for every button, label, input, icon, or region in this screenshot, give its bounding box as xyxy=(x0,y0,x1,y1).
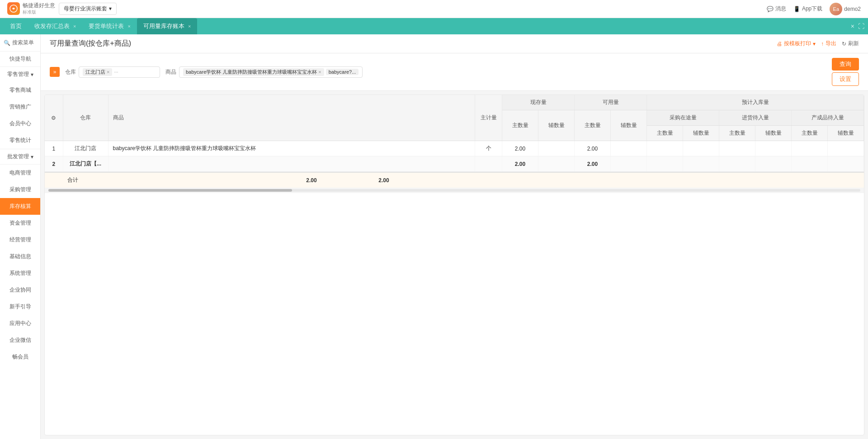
tab-order-summary[interactable]: 要货单统计表 xyxy=(82,18,137,34)
print-btn[interactable]: 🖨 按模板打印 xyxy=(777,40,816,47)
finance-label: 资金管理 xyxy=(9,219,31,227)
sidebar-item-operations[interactable]: 经营管理 xyxy=(0,231,40,248)
th-settings xyxy=(45,95,63,141)
sidebar-item-wechat[interactable]: 企业微信 xyxy=(0,332,40,349)
scroll-thumb[interactable] xyxy=(48,189,292,192)
purchase-label: 采购管理 xyxy=(9,186,31,194)
sidebar-item-guide[interactable]: 新手引导 xyxy=(0,298,40,315)
th-planned-in: 预计入库量 xyxy=(647,95,864,110)
tab-receive-summary[interactable]: 收发存汇总表 xyxy=(28,18,82,34)
gear-icon[interactable] xyxy=(51,115,56,121)
user-area[interactable]: Ea demo2 xyxy=(830,3,861,15)
sidebar-item-enterprise[interactable]: 企业协同 xyxy=(0,282,40,298)
td-product xyxy=(108,156,475,172)
product-tag-0-close[interactable] xyxy=(318,69,321,75)
page-title-bar: 可用量查询(按仓库+商品) 🖨 按模板打印 ↑ 导出 ↻ 刷新 xyxy=(41,34,868,53)
tab-order-summary-label: 要货单统计表 xyxy=(89,22,124,30)
sidebar-item-basic[interactable]: 基础信息 xyxy=(0,248,40,265)
product-tag-text-0: babycare学饮杯 儿童防摔防撞吸管杯重力球吸嘴杯宝宝水杯 xyxy=(186,69,317,76)
close-all-tabs-icon[interactable] xyxy=(851,23,854,30)
sidebar-retail-header[interactable]: 零售管理 xyxy=(0,67,40,82)
warehouse-tag-close[interactable] xyxy=(107,69,109,75)
message-label: 消息 xyxy=(775,5,786,13)
sidebar-section-wholesale: 批发管理 xyxy=(0,149,40,165)
content-area: 可用量查询(按仓库+商品) 🖨 按模板打印 ↑ 导出 ↻ 刷新 xyxy=(41,34,868,439)
th-goods-in: 进货待入量 xyxy=(719,110,792,126)
th-product-main: 主数量 xyxy=(792,126,828,141)
sidebar-quick-nav[interactable]: 快捷导航 xyxy=(0,52,40,67)
td-product-main xyxy=(792,156,828,172)
tab-available-ledger-close[interactable] xyxy=(188,24,191,29)
sidebar-item-apps[interactable]: 应用中心 xyxy=(0,315,40,332)
td-unit xyxy=(475,156,502,172)
settings-button[interactable]: 设置 xyxy=(832,72,859,86)
sidebar-item-ecommerce[interactable]: 电商管理 xyxy=(0,165,40,181)
operations-label: 经营管理 xyxy=(9,236,31,244)
td-purchase-main xyxy=(647,156,683,172)
table-footer: 合计 2.00 2.00 xyxy=(45,172,864,188)
maximize-icon[interactable]: ⛶ xyxy=(858,23,864,30)
expand-filter-btn[interactable]: » xyxy=(50,67,60,77)
td-product-main xyxy=(792,141,828,156)
member-label: 畅会员 xyxy=(12,353,28,361)
th-goods-main: 主数量 xyxy=(719,126,755,141)
sidebar-item-retail-mall[interactable]: 零售商城 xyxy=(0,82,40,99)
sidebar-item-purchase[interactable]: 采购管理 xyxy=(0,181,40,198)
td-purchase-aux xyxy=(683,141,719,156)
retail-label: 零售管理 xyxy=(7,71,29,78)
message-btn[interactable]: 💬 消息 xyxy=(767,5,786,13)
tab-order-summary-close[interactable] xyxy=(127,24,130,29)
sidebar-item-system[interactable]: 系统管理 xyxy=(0,265,40,282)
product-tag-1: babycare?... xyxy=(326,69,359,75)
logo-icon xyxy=(7,2,20,15)
main-layout: 🔍 搜索菜单 快捷导航 零售管理 零售商城 营销推广 会员中心 零售统计 xyxy=(0,34,868,439)
page-actions: 🖨 按模板打印 ↑ 导出 ↻ 刷新 xyxy=(777,40,859,47)
sidebar-item-marketing[interactable]: 营销推广 xyxy=(0,99,40,115)
horizontal-scrollbar[interactable] xyxy=(45,188,864,193)
refresh-label: 刷新 xyxy=(848,40,859,47)
th-product: 商品 xyxy=(108,95,475,141)
export-btn[interactable]: ↑ 导出 xyxy=(821,40,836,47)
td-warehouse: 江北门店 xyxy=(63,141,108,156)
th-avail-aux: 辅数量 xyxy=(611,110,647,141)
warehouse-tag-0: 江北门店 xyxy=(83,68,112,76)
tab-receive-summary-close[interactable] xyxy=(73,24,76,29)
app-download-btn[interactable]: 📱 App下载 xyxy=(793,5,822,13)
avatar: Ea xyxy=(830,3,842,15)
header-left: 畅捷通好生意 标准版 母婴行业演示账套 xyxy=(7,2,117,15)
th-goods-aux: 辅数量 xyxy=(755,126,792,141)
tab-home[interactable]: 首页 xyxy=(4,18,28,34)
sidebar-wholesale-header[interactable]: 批发管理 xyxy=(0,149,40,164)
td-no: 2 xyxy=(45,156,63,172)
warehouse-more-icon[interactable] xyxy=(114,69,118,75)
warehouse-input[interactable]: 江北门店 xyxy=(79,66,160,78)
data-table: 仓库 商品 主计量 现存量 可用量 预计入库量 主数量 辅数量 主数量 辅数量 … xyxy=(45,95,864,172)
warehouse-tag-text: 江北门店 xyxy=(85,69,105,76)
product-input[interactable]: babycare学饮杯 儿童防摔防撞吸管杯重力球吸嘴杯宝宝水杯 babycare… xyxy=(179,66,363,78)
query-button[interactable]: 查询 xyxy=(832,58,859,71)
td-goods-aux xyxy=(755,156,792,172)
td-product: babycare学饮杯 儿童防摔防撞吸管杯重力球吸嘴杯宝宝水杯 xyxy=(108,141,475,156)
sidebar-item-finance[interactable]: 资金管理 xyxy=(0,215,40,231)
expand-icon: » xyxy=(53,69,57,75)
tab-available-ledger-label: 可用量库存账本 xyxy=(143,22,184,30)
sidebar-item-retail-stats[interactable]: 零售统计 xyxy=(0,132,40,149)
sidebar-item-member[interactable]: 畅会员 xyxy=(0,349,40,365)
td-product-aux xyxy=(828,156,864,172)
sidebar-item-inventory[interactable]: 库存核算 xyxy=(0,198,40,215)
header-right: 💬 消息 📱 App下载 Ea demo2 xyxy=(767,3,861,15)
export-icon: ↑ xyxy=(821,41,824,47)
store-selector[interactable]: 母婴行业演示账套 xyxy=(59,3,117,15)
print-label: 按模板打印 xyxy=(784,40,811,47)
th-purchase-main: 主数量 xyxy=(647,126,683,141)
retail-stats-label: 零售统计 xyxy=(9,137,31,144)
sidebar-section-retail: 零售管理 零售商城 营销推广 会员中心 零售统计 xyxy=(0,67,40,149)
refresh-btn[interactable]: ↻ 刷新 xyxy=(842,40,859,47)
sidebar-search[interactable]: 🔍 搜索菜单 xyxy=(0,34,40,52)
tab-available-ledger[interactable]: 可用量库存账本 xyxy=(137,18,197,34)
wechat-label: 企业微信 xyxy=(9,336,31,344)
ecommerce-label: 电商管理 xyxy=(9,169,31,177)
scroll-track xyxy=(48,189,860,192)
tab-receive-summary-label: 收发存汇总表 xyxy=(34,22,70,30)
sidebar-item-members[interactable]: 会员中心 xyxy=(0,115,40,132)
